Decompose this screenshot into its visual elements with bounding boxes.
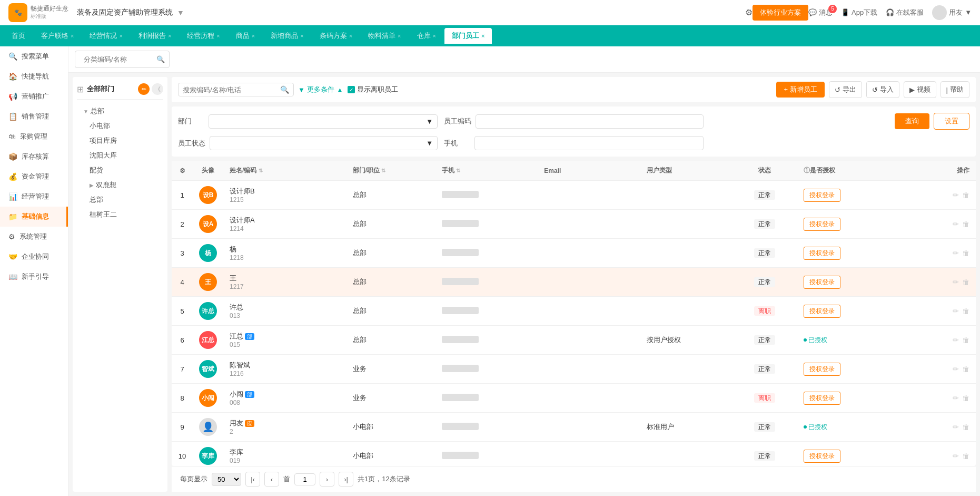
close-icon[interactable]: ×: [119, 33, 122, 39]
authorize-button[interactable]: 授权登录: [804, 218, 840, 231]
tree-item-xm[interactable]: 项目库房: [83, 133, 163, 148]
tab-customer[interactable]: 客户联络 ×: [34, 28, 81, 44]
tab-bom[interactable]: 物料清单 ×: [361, 28, 408, 44]
sidebar-item-quicknav[interactable]: 🏠 快捷导航: [0, 66, 68, 86]
sidebar-item-marketing[interactable]: 📢 营销推广: [0, 86, 68, 106]
authorize-button[interactable]: 授权登录: [804, 276, 840, 289]
tree-item-zb[interactable]: 总部: [83, 192, 163, 207]
dept-search-input[interactable]: [80, 53, 156, 65]
dept-search-icon[interactable]: 🔍: [156, 55, 165, 63]
close-icon[interactable]: ×: [168, 33, 171, 39]
filter-empcode-input[interactable]: [476, 114, 704, 129]
tree-item-ph[interactable]: 配货: [83, 163, 163, 178]
delete-icon[interactable]: 🗑: [962, 191, 969, 199]
edit-icon[interactable]: ✏: [953, 220, 959, 228]
add-employee-button[interactable]: + 新增员工: [776, 82, 824, 98]
tab-barcode[interactable]: 条码方案 ×: [312, 28, 360, 44]
page-input[interactable]: [294, 473, 315, 485]
page-size-select[interactable]: 50 100: [212, 473, 241, 486]
edit-icon[interactable]: ✏: [953, 365, 959, 373]
edit-icon[interactable]: ✏: [953, 249, 959, 257]
delete-icon[interactable]: 🗑: [962, 365, 969, 373]
close-icon[interactable]: ×: [349, 33, 352, 39]
tree-item-zswz[interactable]: 植树王二: [83, 207, 163, 222]
message-button[interactable]: 💬 消息 5: [808, 8, 833, 17]
delete-icon[interactable]: 🗑: [962, 307, 969, 315]
filter-more-button[interactable]: ▼ 更多条件 ▲: [298, 85, 343, 94]
delete-icon[interactable]: 🗑: [962, 423, 969, 431]
tab-warehouse[interactable]: 仓库 ×: [410, 28, 443, 44]
edit-icon[interactable]: ✏: [953, 307, 959, 315]
view-button[interactable]: ▶ 视频: [904, 81, 936, 98]
dept-edit-button[interactable]: ✏: [138, 83, 150, 95]
close-icon[interactable]: ×: [433, 33, 436, 39]
tab-profit[interactable]: 利润报告 ×: [131, 28, 179, 44]
dept-collapse-button[interactable]: 《: [152, 83, 163, 95]
delete-icon[interactable]: 🗑: [962, 278, 969, 286]
sidebar-item-basicinfo[interactable]: 📁 基础信息: [0, 207, 68, 227]
show-resigned-toggle[interactable]: ✓ 显示离职员工: [348, 85, 398, 94]
delete-icon[interactable]: 🗑: [962, 249, 969, 257]
sidebar-item-management[interactable]: 📊 经营管理: [0, 187, 68, 207]
delete-icon[interactable]: 🗑: [962, 452, 969, 460]
search-input[interactable]: [183, 86, 280, 94]
authorize-button[interactable]: 授权登录: [804, 247, 840, 260]
tab-history[interactable]: 经营历程 ×: [180, 28, 227, 44]
help-button[interactable]: | 帮助: [941, 81, 969, 98]
app-download-button[interactable]: 📱 App下载: [841, 8, 877, 17]
th-phone[interactable]: 手机 ⇅: [435, 161, 538, 181]
tab-staff[interactable]: 部门员工 ×: [444, 28, 492, 44]
close-icon[interactable]: ×: [481, 33, 484, 39]
edit-icon[interactable]: ✏: [953, 191, 959, 199]
tree-item-sy[interactable]: 沈阳大库: [83, 148, 163, 163]
tab-operation[interactable]: 经营情况 ×: [82, 28, 130, 44]
authorize-button[interactable]: 授权登录: [804, 392, 840, 405]
sidebar-item-system[interactable]: ⚙ 系统管理: [0, 227, 68, 247]
delete-icon[interactable]: 🗑: [962, 220, 969, 228]
tab-goods[interactable]: 商品 ×: [229, 28, 262, 44]
export-button[interactable]: ↺ 导出: [829, 81, 862, 98]
authorize-button[interactable]: 授权登录: [804, 450, 840, 463]
edit-icon[interactable]: ✏: [953, 423, 959, 431]
reset-button[interactable]: 设置: [934, 113, 969, 130]
authorize-button[interactable]: 授权登录: [804, 305, 840, 318]
edit-icon[interactable]: ✏: [953, 452, 959, 460]
sidebar-item-purchase[interactable]: 🛍 采购管理: [0, 127, 68, 147]
filter-dept-select[interactable]: ▼: [209, 114, 438, 129]
trial-button[interactable]: 体验行业方案: [753, 5, 808, 21]
filter-phone-input[interactable]: [474, 136, 704, 150]
tree-item-sl[interactable]: ▶ 双鹿想: [83, 178, 163, 192]
settings-icon[interactable]: ⚙: [745, 7, 753, 17]
edit-icon[interactable]: ✏: [953, 278, 959, 286]
th-dept[interactable]: 部门/职位 ⇅: [347, 161, 435, 181]
search-icon[interactable]: 🔍: [280, 85, 289, 94]
close-icon[interactable]: ×: [252, 33, 255, 39]
authorize-button[interactable]: 授权登录: [804, 189, 840, 202]
filter-status-select[interactable]: ▼: [210, 136, 438, 150]
show-resigned-checkbox[interactable]: ✓: [348, 86, 355, 93]
sidebar-item-finance[interactable]: 💰 资金管理: [0, 167, 68, 187]
close-icon[interactable]: ×: [300, 33, 303, 39]
tab-home[interactable]: 首页: [4, 28, 33, 44]
last-page-button[interactable]: ›|: [339, 472, 353, 487]
delete-icon[interactable]: 🗑: [962, 394, 969, 402]
tree-item-xd[interactable]: 小电部: [83, 119, 163, 133]
edit-icon[interactable]: ✏: [953, 394, 959, 402]
close-icon[interactable]: ×: [216, 33, 220, 39]
import-button[interactable]: ↺ 导入: [866, 81, 899, 98]
th-name[interactable]: 姓名/编码 ⇅: [223, 161, 347, 181]
close-icon[interactable]: ×: [71, 33, 74, 39]
first-page-button[interactable]: |‹: [245, 472, 260, 487]
sidebar-item-collab[interactable]: 🤝 企业协同: [0, 247, 68, 267]
sidebar-item-search[interactable]: 🔍 搜索菜单: [0, 46, 68, 66]
user-menu[interactable]: 用友 ▼: [932, 5, 972, 20]
delete-icon[interactable]: 🗑: [962, 336, 969, 344]
authorize-button[interactable]: 授权登录: [804, 363, 840, 376]
sidebar-item-guide[interactable]: 📖 新手引导: [0, 267, 68, 287]
edit-icon[interactable]: ✏: [953, 336, 959, 344]
online-service-button[interactable]: 🎧 在线客服: [886, 8, 924, 17]
th-settings[interactable]: ⚙: [172, 161, 193, 181]
tree-item-headquarters-parent[interactable]: ▼ 总部: [77, 104, 163, 119]
sidebar-item-inventory[interactable]: 📦 库存核算: [0, 147, 68, 167]
query-button[interactable]: 查询: [895, 113, 929, 129]
